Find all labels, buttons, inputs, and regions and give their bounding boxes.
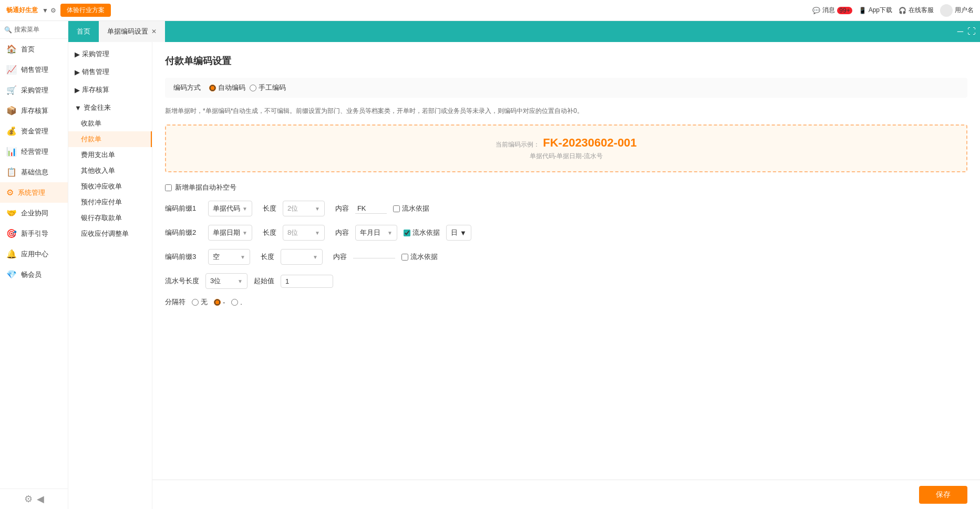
top-bar-right: 💬 消息 99+ 📱 App下载 🎧 在线客服 用户名 <box>812 4 974 17</box>
prefix2-serial-checkbox[interactable] <box>404 230 410 236</box>
encode-method-section: 编码方式 自动编码 手工编码 <box>165 78 967 98</box>
sep-dash-radio[interactable] <box>214 299 221 306</box>
prefix2-length-label: 长度 <box>263 228 276 237</box>
sec-group-purchase: ▶采购管理 <box>68 46 152 62</box>
sidebar-item-label: 经营管理 <box>21 147 48 157</box>
prefix2-length-select[interactable]: 8位 ▼ <box>283 225 325 241</box>
auto-encode-option[interactable]: 自动编码 <box>209 83 245 92</box>
auto-encode-radio[interactable] <box>209 85 216 91</box>
settings-icon[interactable]: ⚙ <box>50 7 56 14</box>
sec-item-expense[interactable]: 费用支出单 <box>68 147 152 163</box>
prefix2-content-label: 内容 <box>335 228 349 237</box>
sidebar-item-label: 采购管理 <box>21 86 48 95</box>
message-badge: 99+ <box>837 7 852 14</box>
sidebar-item-system[interactable]: ⚙ 系统管理 <box>0 182 68 203</box>
tab-minimize-icon[interactable]: ─ <box>957 27 963 36</box>
manual-encode-radio[interactable] <box>250 85 256 91</box>
auto-fill-label: 新增单据自动补空号 <box>175 183 236 192</box>
prefix2-content-select[interactable]: 年月日 ▼ <box>355 225 397 241</box>
separator-row: 分隔符 无 - . <box>165 297 967 307</box>
nav-dropdown[interactable]: ▼ <box>42 7 48 14</box>
top-bar-nav: ▼ ⚙ <box>42 7 56 14</box>
sidebar-item-purchase[interactable]: 🛒 采购管理 <box>0 80 68 100</box>
chevron-down-icon: ▼ <box>460 229 467 237</box>
prefix1-select[interactable]: 单据代码 ▼ <box>208 201 252 216</box>
prefix1-length-label: 长度 <box>263 204 276 213</box>
sidebar-item-member[interactable]: 💎 畅会员 <box>0 264 68 285</box>
user-info[interactable]: 用户名 <box>940 4 974 17</box>
sidebar-search[interactable]: 🔍 搜索菜单 <box>0 21 68 39</box>
prefix3-select[interactable]: 空 ▼ <box>208 249 250 265</box>
sep-none-option[interactable]: 无 <box>192 297 208 307</box>
chevron-down-icon: ▼ <box>313 254 318 260</box>
basic-icon: 📋 <box>6 167 17 177</box>
finance-icon: 💰 <box>6 126 17 136</box>
home-icon: 🏠 <box>6 44 17 54</box>
online-service-button[interactable]: 🎧 在线客服 <box>899 6 934 15</box>
sidebar-item-apps[interactable]: 🔔 应用中心 <box>0 244 68 264</box>
inventory-icon: 📦 <box>6 106 17 116</box>
prefix1-label: 编码前缀1 <box>165 204 202 213</box>
content-area: 首页 单据编码设置 ✕ ─ ⛶ ▶采购管理 <box>68 21 980 509</box>
chevron-down-icon: ▼ <box>240 254 245 260</box>
sec-item-prepay-ar[interactable]: 预收冲应收单 <box>68 179 152 194</box>
prefix2-select[interactable]: 单据日期 ▼ <box>208 225 252 241</box>
message-button[interactable]: 💬 消息 99+ <box>812 6 852 15</box>
sec-item-other-income[interactable]: 其他收入单 <box>68 163 152 179</box>
serial-row: 流水号长度 3位 ▼ 起始值 <box>165 273 967 289</box>
chevron-down-icon: ▼ <box>315 230 320 236</box>
prefix2-day-select[interactable]: 日 ▼ <box>446 225 471 241</box>
tab-close-icon[interactable]: ✕ <box>151 28 157 35</box>
sec-item-adjust[interactable]: 应收应付调整单 <box>68 226 152 242</box>
sidebar-item-label: 资金管理 <box>21 127 48 136</box>
prefix3-serial-checkbox[interactable] <box>401 254 408 261</box>
sep-dot-option[interactable]: . <box>231 298 242 306</box>
sec-item-receipt[interactable]: 收款单 <box>68 116 152 131</box>
sidebar-item-inventory[interactable]: 📦 库存核算 <box>0 100 68 121</box>
serial-length-select[interactable]: 3位 ▼ <box>205 273 247 289</box>
preview-desc: 单据代码-单据日期-流水号 <box>183 152 950 161</box>
tab-expand-icon[interactable]: ⛶ <box>967 27 976 36</box>
prefix1-length-select[interactable]: 2位 ▼ <box>283 201 325 216</box>
sidebar-item-sales[interactable]: 📈 销售管理 <box>0 59 68 80</box>
sidebar-settings-icon[interactable]: ⚙ <box>24 493 33 505</box>
chevron-down-icon: ▼ <box>242 230 247 236</box>
sec-item-bank[interactable]: 银行存取款单 <box>68 210 152 226</box>
main-layout: 🔍 搜索菜单 🏠 首页 📈 销售管理 🛒 采购管理 📦 库存核算 💰 资金管理 … <box>0 21 980 509</box>
trial-button[interactable]: 体验行业方案 <box>60 4 111 17</box>
sec-item-prepay-ap[interactable]: 预付冲应付单 <box>68 194 152 210</box>
prefix3-length-select[interactable]: ▼ <box>281 249 323 265</box>
separator-label: 分隔符 <box>165 297 185 307</box>
system-icon: ⚙ <box>6 188 14 198</box>
sidebar-item-home[interactable]: 🏠 首页 <box>0 39 68 59</box>
sep-dash-option[interactable]: - <box>214 298 225 306</box>
sec-item-payment[interactable]: 付款单 <box>68 131 152 147</box>
prefix3-row: 编码前缀3 空 ▼ 长度 ▼ 内容 <box>165 249 967 265</box>
manual-encode-option[interactable]: 手工编码 <box>250 83 286 92</box>
preview-label: 当前编码示例： <box>496 141 540 148</box>
sec-header-purchase[interactable]: ▶采购管理 <box>68 46 152 62</box>
sidebar-item-collab[interactable]: 🤝 企业协同 <box>0 203 68 223</box>
prefix1-content-label: 内容 <box>335 204 349 213</box>
app-download-button[interactable]: 📱 App下载 <box>859 6 892 15</box>
member-icon: 💎 <box>6 269 17 279</box>
sec-header-capital[interactable]: ▼资金往来 <box>68 100 152 116</box>
sec-header-sales[interactable]: ▶销售管理 <box>68 64 152 80</box>
sep-none-radio[interactable] <box>192 299 199 306</box>
tab-encode-settings[interactable]: 单据编码设置 ✕ <box>99 21 165 42</box>
sidebar-item-basic[interactable]: 📋 基础信息 <box>0 162 68 182</box>
prefix1-serial-checkbox[interactable] <box>393 205 400 212</box>
sec-header-inventory[interactable]: ▶库存核算 <box>68 82 152 98</box>
save-button[interactable]: 保存 <box>919 486 967 504</box>
sidebar-collapse-icon[interactable]: ◀ <box>37 493 44 505</box>
sep-dot-radio[interactable] <box>231 299 238 306</box>
sidebar-item-label: 基础信息 <box>21 168 48 177</box>
prefix3-label: 编码前缀3 <box>165 252 202 262</box>
sidebar-item-guide[interactable]: 🎯 新手引导 <box>0 223 68 244</box>
sec-group-capital: ▼资金往来 收款单 付款单 费用支出单 其他收入单 预收冲应收单 预付冲应付单 … <box>68 100 152 242</box>
sidebar-item-finance[interactable]: 💰 资金管理 <box>0 121 68 141</box>
auto-fill-checkbox[interactable] <box>165 184 172 191</box>
sidebar-item-operation[interactable]: 📊 经营管理 <box>0 141 68 162</box>
tab-home[interactable]: 首页 <box>68 21 99 42</box>
serial-start-input[interactable] <box>281 275 333 288</box>
